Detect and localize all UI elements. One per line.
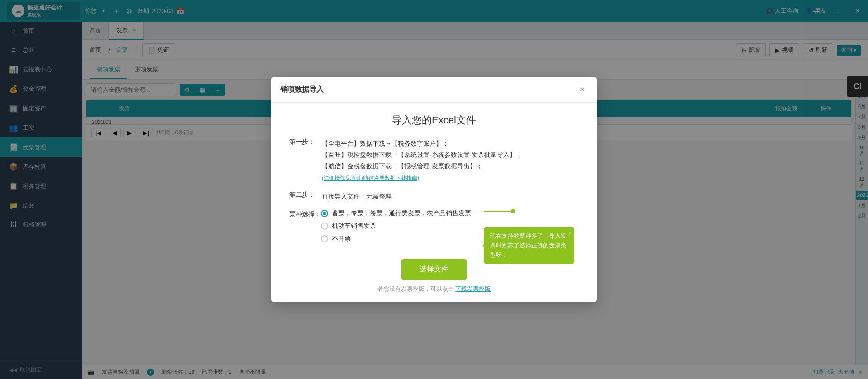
tooltip-line	[484, 211, 511, 212]
step2-content: 直接导入文件，无需整理	[322, 191, 392, 202]
step1: 第一步： 【全电平台】数据下载→【税务数字账户】； 【百旺】税控盘数据下载→【系…	[289, 138, 579, 184]
step1-line-1: 【全电平台】数据下载→【税务数字账户】；	[322, 138, 522, 149]
modal-title: 销项数据导入	[280, 85, 324, 95]
select-file-button[interactable]: 选择文件	[401, 259, 467, 280]
modal-overlay: 销项数据导入 × 导入您的Excel文件 第一步： 【全电平台】数据下载→【税务…	[0, 0, 868, 379]
tooltip-connector	[484, 209, 515, 213]
radio-circle-3	[321, 235, 328, 242]
step1-label: 第一步：	[289, 138, 318, 184]
ticket-select: 票种选择： 普票，专票，卷票，通行费发票，农产品销售发票	[289, 209, 579, 243]
modal-big-title: 导入您的Excel文件	[289, 114, 579, 127]
step2: 第二步： 直接导入文件，无需整理	[289, 191, 579, 202]
step1-line-2: 【百旺】税控盘数据下载→【系统设置-系统参数设置-发票批量导入】；	[322, 149, 522, 161]
modal-footer-note: 若您没有发票模版，可以点击 下载发票模版	[377, 285, 491, 293]
radio-item-3[interactable]: 不开票	[321, 235, 475, 243]
radio-circle-1	[321, 210, 328, 217]
tooltip-dot	[511, 209, 515, 213]
radio-dot-1	[323, 212, 326, 215]
ticket-select-label: 票种选择：	[289, 209, 321, 218]
modal-body: 导入您的Excel文件 第一步： 【全电平台】数据下载→【税务数字账户】； 【百…	[271, 103, 597, 252]
radio-group: 普票，专票，卷票，通行费发票，农产品销售发票 × 现在支持的票种多了，导入发票时…	[321, 209, 475, 243]
import-modal: 销项数据导入 × 导入您的Excel文件 第一步： 【全电平台】数据下载→【税务…	[271, 77, 597, 302]
tooltip-bubble: × 现在支持的票种多了，导入发票时别忘了选择正确的发票类型呀！	[484, 227, 574, 264]
step1-content: 【全电平台】数据下载→【税务数字账户】； 【百旺】税控盘数据下载→【系统设置-系…	[322, 138, 522, 184]
tooltip-close-button[interactable]: ×	[568, 229, 571, 237]
radio-circle-2	[321, 223, 328, 230]
modal-close-button[interactable]: ×	[577, 84, 588, 95]
download-template-link[interactable]: 下载发票模版	[455, 285, 491, 292]
step1-line-3: 【航信】金税盘数据下载→【报税管理-发票数据导出】；	[322, 161, 522, 172]
radio-item-1[interactable]: 普票，专票，卷票，通行费发票，农产品销售发票 × 现在支持的票种多了，导入发票时…	[321, 209, 475, 218]
radio-item-2[interactable]: 机动车销售发票	[321, 222, 475, 230]
step2-label: 第二步：	[289, 191, 318, 202]
step1-guide-link[interactable]: (详细操作见百旺/航信发票数据下载指南)	[322, 175, 419, 181]
modal-header: 销项数据导入 ×	[271, 77, 597, 103]
